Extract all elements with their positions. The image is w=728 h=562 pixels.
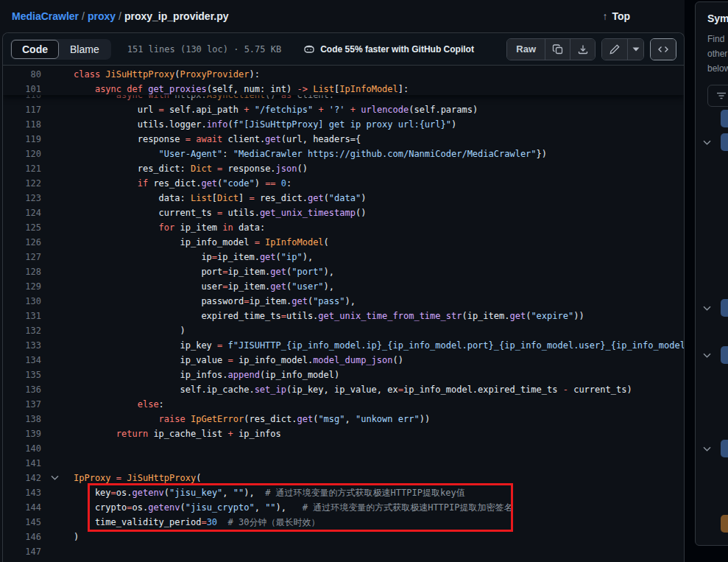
line-gutter <box>41 426 74 441</box>
code-line: 117 url = self.api_path + "/fetchips" + … <box>3 102 684 117</box>
code-line: 128 port=ip_item.get("port"), <box>3 264 684 279</box>
code-text: url = self.api_path + "/fetchips" + '?' … <box>74 102 478 117</box>
raw-button[interactable]: Raw <box>507 39 545 60</box>
code-text: class JiSuHttpProxy(ProxyProvider): <box>74 67 260 82</box>
line-number[interactable]: 101 <box>3 82 41 96</box>
line-number[interactable]: 130 <box>3 294 41 309</box>
line-number[interactable]: 132 <box>3 323 41 338</box>
code-text: ) <box>74 530 79 544</box>
line-number[interactable]: 120 <box>3 147 41 161</box>
line-number[interactable]: 147 <box>3 544 41 559</box>
line-number[interactable]: 80 <box>3 67 41 82</box>
code-text: user=ip_item.get("user"), <box>74 279 334 294</box>
code-text: expired_time_ts=utils.get_unix_time_from… <box>74 309 584 323</box>
line-number[interactable]: 127 <box>3 250 41 264</box>
chevron-down-icon[interactable] <box>696 446 718 452</box>
copy-icon <box>552 43 564 55</box>
line-gutter <box>41 530 74 544</box>
line-number[interactable]: 118 <box>3 117 41 132</box>
line-number[interactable]: 138 <box>3 412 41 426</box>
line-number[interactable]: 134 <box>3 353 41 368</box>
line-number[interactable]: 140 <box>3 441 41 456</box>
line-number[interactable]: 129 <box>3 279 41 294</box>
line-number[interactable]: 131 <box>3 309 41 323</box>
breadcrumb-folder-link[interactable]: proxy <box>88 10 116 22</box>
tab-code[interactable]: Code <box>11 40 59 59</box>
symbol-list-item[interactable] <box>696 110 728 127</box>
line-number[interactable]: 144 <box>3 500 41 515</box>
chevron-down-icon[interactable] <box>696 306 718 311</box>
code-text: else: <box>74 397 164 412</box>
line-gutter <box>41 412 74 426</box>
breadcrumb-repo-link[interactable]: MediaCrawler <box>12 10 79 22</box>
line-gutter <box>41 102 74 117</box>
line-number[interactable]: 128 <box>3 264 41 279</box>
back-to-top-label: Top <box>612 10 630 22</box>
code-text: ip_infos.append(ip_info_model) <box>74 368 339 382</box>
symbol-list-item[interactable] <box>696 133 728 151</box>
line-number[interactable]: 135 <box>3 368 41 382</box>
code-line: 127 ip=ip_item.get("ip"), <box>3 250 684 264</box>
line-gutter <box>41 338 74 353</box>
collapse-chevron-icon[interactable] <box>41 471 74 485</box>
line-number[interactable]: 122 <box>3 176 41 191</box>
edit-options-dropdown[interactable] <box>627 39 643 60</box>
copilot-banner-text: Code 55% faster with GitHub Copilot <box>320 44 474 55</box>
line-number[interactable]: 137 <box>3 397 41 412</box>
line-number[interactable]: 143 <box>3 485 41 500</box>
code-line: 147 <box>3 544 684 559</box>
line-number[interactable]: 124 <box>3 206 41 220</box>
sticky-context-lines: 80class JiSuHttpProxy(ProxyProvider):101… <box>3 66 684 95</box>
line-number[interactable]: 119 <box>3 132 41 147</box>
line-number[interactable]: 136 <box>3 382 41 397</box>
symbol-list-item[interactable] <box>696 440 728 457</box>
code-line: 132 ) <box>3 323 684 338</box>
line-gutter <box>41 485 74 500</box>
code-line: 137 else: <box>3 397 684 412</box>
chevron-down-icon[interactable] <box>696 353 718 358</box>
symbol-list-item[interactable] <box>696 515 728 533</box>
line-gutter <box>41 264 74 279</box>
chevron-down-icon[interactable] <box>696 140 718 145</box>
symbols-panel-toggle-button[interactable] <box>651 39 676 60</box>
line-number[interactable]: 125 <box>3 220 41 235</box>
line-number[interactable]: 126 <box>3 235 41 250</box>
code-line: 139 return ip_cache_list + ip_infos <box>3 426 684 441</box>
line-number[interactable]: 133 <box>3 338 41 353</box>
symbols-filter-box[interactable] <box>707 85 728 107</box>
line-gutter <box>41 176 74 191</box>
line-number[interactable]: 139 <box>3 426 41 441</box>
symbols-panel-title: Symbols <box>707 13 728 24</box>
line-gutter <box>41 250 74 264</box>
tab-blame[interactable]: Blame <box>59 40 110 59</box>
line-number[interactable]: 145 <box>3 515 41 530</box>
line-gutter <box>41 206 74 220</box>
line-number[interactable]: 146 <box>3 530 41 544</box>
code-text: data: List[Dict] = res_dict.get("data") <box>74 191 366 206</box>
download-button[interactable] <box>570 39 595 60</box>
symbol-kind-icon <box>721 133 728 151</box>
line-gutter <box>41 368 74 382</box>
symbol-list-item[interactable] <box>696 299 728 317</box>
line-number[interactable]: 142 <box>3 471 41 485</box>
code-editor-area[interactable]: 116 async with httpx.AsyncClient() as cl… <box>3 66 684 562</box>
symbol-list-item[interactable] <box>696 346 728 364</box>
code-line: 141 <box>3 456 684 471</box>
breadcrumb-row: MediaCrawler/proxy/proxy_ip_provider.py … <box>0 0 685 32</box>
line-gutter <box>41 397 74 412</box>
copy-raw-content-button[interactable] <box>545 39 570 60</box>
line-number[interactable]: 123 <box>3 191 41 206</box>
line-number[interactable]: 117 <box>3 102 41 117</box>
line-number[interactable]: 121 <box>3 161 41 176</box>
symbol-kind-icon <box>721 440 728 457</box>
line-gutter <box>41 382 74 397</box>
edit-file-button[interactable] <box>602 39 627 60</box>
code-line: 101 async def get_proxies(self, num: int… <box>3 82 684 96</box>
back-to-top-button[interactable]: ↑ Top <box>602 10 630 22</box>
code-line: 118 utils.logger.info(f"[JiSuHttpProxy] … <box>3 117 684 132</box>
code-line: 120 "User-Agent": "MediaCrawler https://… <box>3 147 684 161</box>
symbol-kind-icon <box>721 299 728 317</box>
code-line: 125 for ip_item in data: <box>3 220 684 235</box>
line-gutter <box>41 441 74 456</box>
line-number[interactable]: 141 <box>3 456 41 471</box>
